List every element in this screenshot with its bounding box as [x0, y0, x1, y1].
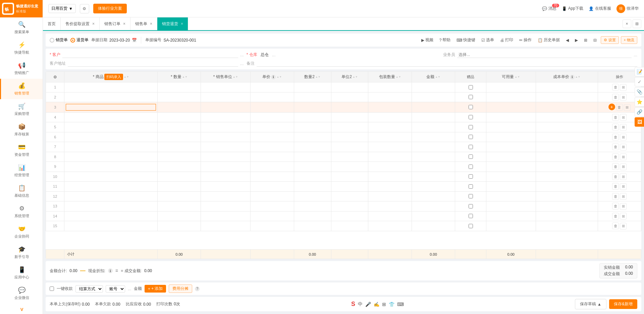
row-qty-11[interactable] — [157, 182, 201, 192]
help-btn[interactable]: ? 帮助 — [437, 37, 453, 44]
sidebar-item-apps[interactable]: 📱 应用中心 — [0, 263, 43, 283]
copy-row-5[interactable]: ⊞ — [620, 124, 627, 131]
sidebar-item-collab[interactable]: 🤝 企业协同 — [0, 222, 43, 242]
radio-sales[interactable]: 销货单 — [50, 37, 68, 43]
delete-row-6[interactable]: 🗑 — [612, 134, 619, 140]
right-panel-check[interactable]: ✓ — [635, 77, 644, 86]
row-amount-11[interactable] — [412, 182, 455, 192]
th-settings[interactable]: ⚙ — [46, 72, 64, 82]
row-unit2-6[interactable] — [331, 132, 368, 142]
row-available-14[interactable] — [486, 211, 536, 221]
row-qty2-15[interactable] — [294, 221, 331, 231]
copy-row-15[interactable]: ⊞ — [620, 223, 627, 230]
row-unit-11[interactable] — [201, 182, 251, 192]
row-gift-10[interactable] — [455, 172, 486, 182]
row-qty-2[interactable] — [157, 92, 201, 102]
gift-check-12[interactable] — [469, 194, 473, 198]
row-qty-6[interactable] — [157, 132, 201, 142]
row-unit2-3[interactable] — [331, 102, 368, 113]
row-amount-5[interactable] — [412, 122, 455, 132]
gift-check-2[interactable] — [469, 95, 473, 99]
row-qty-5[interactable] — [157, 122, 201, 132]
row-unit-15[interactable] — [201, 221, 251, 231]
row-unit-7[interactable] — [201, 142, 251, 152]
row-qty2-7[interactable] — [294, 142, 331, 152]
row-product-3[interactable] — [64, 102, 157, 113]
unit2-sort-icon[interactable]: ▲▼ — [353, 76, 358, 78]
customer-dots[interactable]: ... — [240, 52, 244, 57]
row-qty-7[interactable] — [157, 142, 201, 152]
shortcut-btn[interactable]: ⌨ 快捷键 — [454, 37, 477, 44]
row-pkgqty-3[interactable] — [368, 102, 412, 113]
row-pkgqty-2[interactable] — [368, 92, 412, 102]
row-available-5[interactable] — [486, 122, 536, 132]
copy-row-10[interactable]: ⊞ — [620, 173, 627, 180]
row-available-3[interactable] — [486, 102, 536, 113]
copy-row-3[interactable]: ⊞ — [624, 104, 631, 111]
copy-row-9[interactable]: ⊞ — [620, 164, 627, 170]
row-gift-7[interactable] — [455, 142, 486, 152]
sidebar-item-system[interactable]: ⚙ 系统管理 — [0, 201, 43, 222]
price-sort-icon[interactable]: ▲▼ — [276, 76, 282, 78]
row-gift-12[interactable] — [455, 191, 486, 201]
nav-prev-btn[interactable]: ◀ — [564, 37, 571, 43]
row-price-13[interactable] — [251, 201, 294, 211]
row-price-5[interactable] — [251, 122, 294, 132]
view-list-btn[interactable]: ⊟ — [591, 37, 599, 43]
delete-row-12[interactable]: 🗑 — [612, 193, 619, 200]
message-btn[interactable]: 💬 消息 70 — [542, 6, 556, 11]
add-row-btn[interactable]: + — [608, 104, 615, 110]
operation-btn[interactable]: ✏ 操作 — [517, 37, 534, 44]
row-qty2-2[interactable] — [294, 92, 331, 102]
row-unit2-2[interactable] — [331, 92, 368, 102]
row-pkgqty-8[interactable] — [368, 152, 412, 162]
copy-row-4[interactable]: ⊞ — [620, 114, 627, 121]
gift-check-4[interactable] — [469, 115, 473, 119]
tab-sales-order[interactable]: 销售订单 × — [100, 17, 130, 30]
row-unit2-4[interactable] — [331, 112, 368, 122]
row-gift-13[interactable] — [455, 201, 486, 211]
app-download-btn[interactable]: 📱 App下载 — [562, 6, 583, 11]
add-btn[interactable]: + + 添加 — [145, 285, 166, 293]
row-qty-4[interactable] — [157, 112, 201, 122]
row-price-8[interactable] — [251, 152, 294, 162]
row-unit-14[interactable] — [201, 211, 251, 221]
row-qty2-13[interactable] — [294, 201, 331, 211]
row-cost-11[interactable] — [536, 182, 598, 192]
account-dots[interactable]: ... — [128, 287, 131, 291]
online-service-btn[interactable]: 👤 在线客服 — [589, 6, 611, 11]
row-cost-2[interactable] — [536, 92, 598, 102]
row-qty2-11[interactable] — [294, 182, 331, 192]
row-pkgqty-5[interactable] — [368, 122, 412, 132]
row-available-4[interactable] — [486, 112, 536, 122]
row-product-4[interactable] — [64, 112, 157, 122]
row-unit2-12[interactable] — [331, 191, 368, 201]
one-click-pay-check[interactable] — [50, 287, 54, 291]
delete-row-15[interactable]: 🗑 — [612, 223, 619, 229]
row-product-1[interactable] — [64, 82, 157, 92]
row-qty2-1[interactable] — [294, 82, 331, 92]
settings-btn[interactable]: ⚙ 设置 — [601, 36, 619, 44]
row-cost-10[interactable] — [536, 172, 598, 182]
sidebar-item-base[interactable]: 📋 基础信息 — [0, 181, 43, 201]
row-qty2-4[interactable] — [294, 112, 331, 122]
row-qty-9[interactable] — [157, 162, 201, 172]
select-btn[interactable]: ☑ 选单 — [479, 37, 496, 44]
gift-check-11[interactable] — [469, 184, 473, 189]
row-price-6[interactable] — [251, 132, 294, 142]
nav-next-btn[interactable]: ▶ — [573, 37, 580, 43]
sidebar-item-vip[interactable]: V 畅会员 — [0, 304, 43, 314]
copy-row-7[interactable]: ⊞ — [620, 144, 627, 150]
row-price-3[interactable] — [251, 102, 294, 113]
row-price-12[interactable] — [251, 191, 294, 201]
row-qty-3[interactable] — [157, 102, 201, 113]
row-amount-2[interactable] — [412, 92, 455, 102]
row-product-5[interactable] — [64, 122, 157, 132]
row-available-12[interactable] — [486, 191, 536, 201]
gift-check-10[interactable] — [469, 174, 473, 179]
row-unit-1[interactable] — [201, 82, 251, 92]
row-cost-8[interactable] — [536, 152, 598, 162]
unit-sort-icon[interactable]: ▲▼ — [233, 76, 238, 78]
delete-row-11[interactable]: 🗑 — [612, 183, 619, 190]
right-panel-link[interactable]: 🔗 — [635, 107, 644, 117]
